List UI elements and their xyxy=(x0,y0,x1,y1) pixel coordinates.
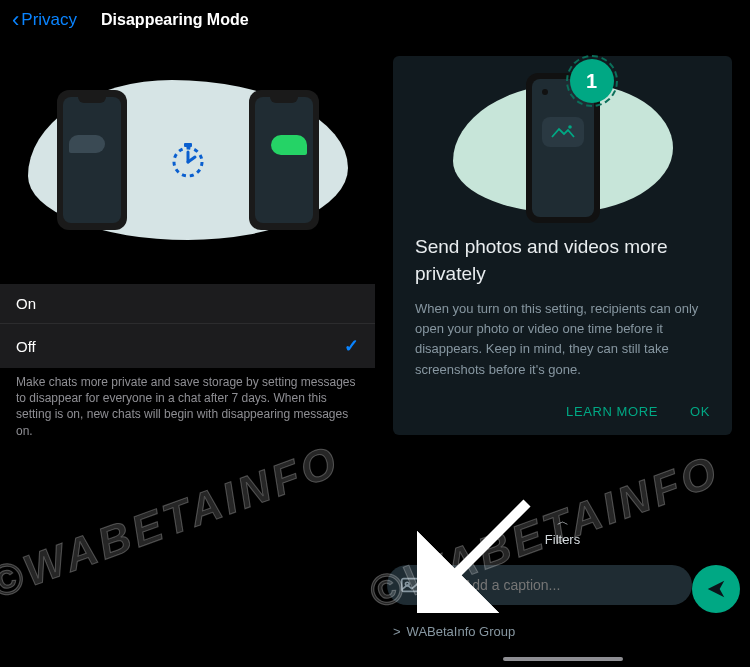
dialog-heading: Send photos and videos more privately xyxy=(415,234,710,287)
ok-button[interactable]: OK xyxy=(690,404,710,419)
phone-illustration-left xyxy=(57,90,127,230)
checkmark-icon: ✓ xyxy=(344,335,359,357)
view-once-badge-icon: 1 xyxy=(570,59,614,103)
hero-illustration xyxy=(0,70,375,250)
filters-toggle[interactable]: ︿ Filters xyxy=(375,513,750,547)
option-label: Off xyxy=(16,338,36,355)
chevron-right-icon: > xyxy=(393,624,401,639)
nav-bar: ‹ Privacy Disappearing Mode xyxy=(0,0,375,40)
phone-illustration-right xyxy=(249,90,319,230)
view-once-toggle-icon[interactable]: 1 xyxy=(431,574,453,596)
footer-note: Make chats more private and save storage… xyxy=(0,368,375,439)
back-button[interactable]: ‹ Privacy xyxy=(12,10,77,30)
view-once-dialog: 1 Send photos and videos more privately … xyxy=(393,56,732,435)
dialog-illustration: 1 xyxy=(415,78,710,218)
timer-icon xyxy=(167,139,209,181)
svg-point-2 xyxy=(568,125,572,129)
chevron-left-icon: ‹ xyxy=(12,11,19,29)
option-off[interactable]: Off ✓ xyxy=(0,324,375,368)
caption-input[interactable] xyxy=(463,577,680,593)
learn-more-button[interactable]: LEARN MORE xyxy=(566,404,658,419)
dialog-body: When you turn on this setting, recipient… xyxy=(415,299,710,380)
caption-bar: 1 xyxy=(387,565,692,605)
option-list: On Off ✓ xyxy=(0,284,375,368)
add-photo-icon[interactable] xyxy=(399,574,421,596)
filters-label: Filters xyxy=(545,532,580,547)
home-indicator xyxy=(503,657,623,661)
option-on[interactable]: On xyxy=(0,284,375,324)
svg-text:1: 1 xyxy=(439,580,445,591)
send-button[interactable] xyxy=(692,565,740,613)
back-label: Privacy xyxy=(21,10,77,30)
chevron-up-icon: ︿ xyxy=(375,513,750,530)
page-title: Disappearing Mode xyxy=(101,11,249,29)
dialog-actions: LEARN MORE OK xyxy=(415,404,710,419)
send-icon xyxy=(705,578,727,600)
svg-rect-1 xyxy=(184,143,192,147)
option-label: On xyxy=(16,295,36,312)
ios-settings-panel: ‹ Privacy Disappearing Mode xyxy=(0,0,375,667)
android-media-panel: 1 Send photos and videos more privately … xyxy=(375,0,750,667)
recipient-chip[interactable]: > WABetaInfo Group xyxy=(393,624,515,639)
recipient-name: WABetaInfo Group xyxy=(407,624,516,639)
